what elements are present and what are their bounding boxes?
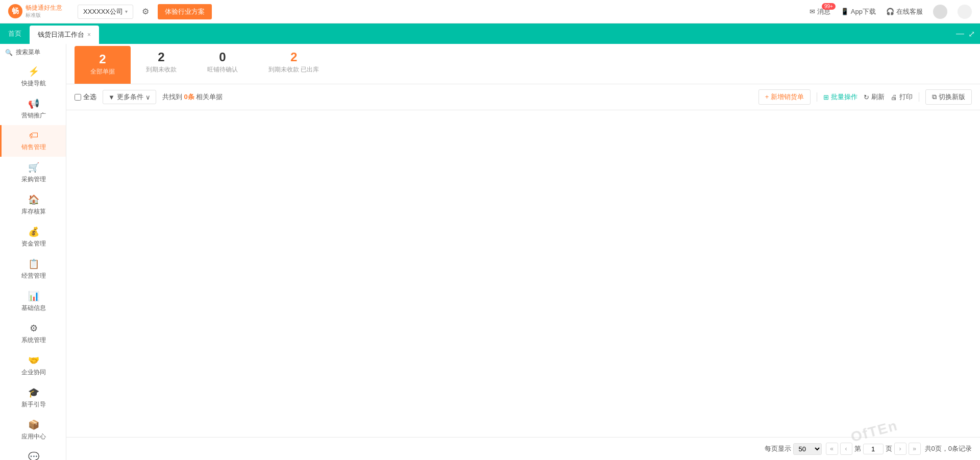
stat-tab-overdue[interactable]: 2 到期未收款: [131, 44, 192, 84]
first-page-button[interactable]: «: [826, 443, 838, 455]
system-icon: ⚙: [30, 323, 38, 334]
total-records: 共0页，0条记录: [925, 444, 972, 453]
sidebar-item-enterprise[interactable]: 🤝 企业协同: [0, 350, 66, 382]
message-action[interactable]: ✉ 消息 99+: [810, 7, 830, 16]
sidebar-item-basic-info[interactable]: 📊 基础信息: [0, 285, 66, 318]
sidebar-item-app-center[interactable]: 📦 应用中心: [0, 414, 66, 446]
settings-icon[interactable]: ⚙: [138, 5, 153, 19]
print-button[interactable]: 🖨 打印: [891, 92, 913, 102]
print-icon: 🖨: [891, 93, 897, 101]
sidebar-item-system-label: 系统管理: [21, 336, 46, 345]
search-menu-label: 搜索菜单: [16, 48, 40, 57]
last-page-button[interactable]: »: [909, 443, 921, 455]
app-download-action[interactable]: 📱 App下载: [841, 7, 876, 16]
logo-text-area: 畅捷通好生意 标准版: [26, 4, 62, 18]
search-menu[interactable]: 🔍 搜索菜单: [0, 44, 66, 61]
sidebar-item-wechat[interactable]: 💬 企业微信: [0, 446, 66, 460]
chevron-down-icon: ▾: [125, 9, 128, 14]
sidebar-item-sales[interactable]: 🏷 销售管理: [0, 125, 66, 157]
divider-1: [817, 92, 817, 102]
per-page-select[interactable]: 50 20 100: [793, 443, 822, 455]
filter-icon: ▼: [108, 93, 115, 101]
purchase-icon: 🛒: [28, 162, 39, 173]
sidebar-item-purchase[interactable]: 🛒 采购管理: [0, 157, 66, 189]
refresh-button[interactable]: ↻ 刷新: [864, 92, 885, 102]
sidebar-item-operations[interactable]: 📋 经营管理: [0, 253, 66, 285]
sidebar-item-sales-label: 销售管理: [21, 143, 46, 152]
sidebar-item-finance[interactable]: 💰 资金管理: [0, 221, 66, 253]
online-service-action[interactable]: 🎧 在线客服: [886, 7, 923, 16]
tab-home[interactable]: 首页: [0, 23, 30, 44]
pagination: 每页显示 50 20 100 « ‹ 第 页 › » 共0页，0条记录: [66, 437, 980, 460]
top-header: 畅 畅捷通好生意 标准版 XXXXXX公司 ▾ ⚙ 体验行业方案 ✉ 消息 99…: [0, 0, 980, 23]
next-page-button[interactable]: ›: [894, 443, 906, 455]
select-all-checkbox[interactable]: 全选: [75, 92, 96, 102]
sidebar-item-quick-nav[interactable]: ⚡ 快捷导航: [0, 61, 66, 93]
page-label: 第: [854, 444, 861, 453]
sidebar-item-inventory[interactable]: 🏠 库存核算: [0, 189, 66, 221]
tab-close-icon[interactable]: ×: [87, 31, 91, 38]
per-page-label: 每页显示: [765, 444, 791, 453]
header-left: 畅 畅捷通好生意 标准版 XXXXXX公司 ▾ ⚙ 体验行业方案: [8, 4, 212, 19]
refresh-icon: ↻: [864, 93, 869, 101]
enterprise-icon: 🤝: [28, 355, 39, 366]
select-all-label: 全选: [83, 92, 96, 102]
home-tab-label: 首页: [8, 29, 21, 38]
stat-tab-all[interactable]: 2 全部单据: [75, 46, 131, 84]
filter-chevron-icon: ∨: [145, 93, 151, 101]
tab-bar: 首页 钱货日清工作台 × — ⤢: [0, 23, 980, 44]
table-area: [66, 110, 980, 437]
sidebar-item-system[interactable]: ⚙ 系统管理: [0, 318, 66, 350]
tab-maximize-icon[interactable]: ⤢: [968, 29, 975, 39]
stat-shipped-number: 2: [290, 50, 297, 64]
quick-nav-icon: ⚡: [28, 66, 39, 77]
batch-operation-button[interactable]: ⊞ 批量操作: [823, 92, 857, 102]
logo-text: 畅捷通好生意: [26, 4, 62, 11]
sidebar-item-basic-info-label: 基础信息: [21, 304, 46, 312]
switch-new-version-button[interactable]: ⧉ 切换新版: [925, 89, 972, 105]
found-count: 0条: [184, 93, 194, 101]
stat-all-number: 2: [99, 52, 106, 66]
toolbar: 全选 ▼ 更多条件 ∨ 共找到 0条 相关单据 + 新增销货单: [66, 84, 980, 110]
sidebar-item-purchase-label: 采购管理: [21, 175, 46, 184]
page-input[interactable]: [863, 444, 884, 454]
avatar[interactable]: [933, 5, 947, 19]
tab-bar-actions: — ⤢: [956, 23, 980, 44]
logo-icon: 畅: [8, 4, 22, 18]
experience-button[interactable]: 体验行业方案: [158, 4, 212, 19]
tab-minimize-icon[interactable]: —: [956, 29, 964, 38]
batch-label: 批量操作: [831, 92, 857, 102]
stat-pending-label: 旺铺待确认: [207, 65, 238, 74]
sidebar-item-marketing-label: 营销推广: [21, 111, 46, 120]
stat-shipped-label: 到期未收款 已出库: [268, 65, 319, 74]
sidebar-item-marketing[interactable]: 📢 营销推广: [0, 93, 66, 125]
stat-pending-number: 0: [219, 50, 226, 64]
sales-icon: 🏷: [29, 130, 38, 141]
sidebar-item-newbie[interactable]: 🎓 新手引导: [0, 382, 66, 414]
new-sales-order-button[interactable]: + 新增销货单: [758, 89, 811, 105]
sidebar-item-finance-label: 资金管理: [21, 239, 46, 248]
stat-all-label: 全部单据: [90, 67, 115, 76]
prev-page-button[interactable]: ‹: [840, 443, 852, 455]
search-icon: 🔍: [5, 49, 13, 56]
switch-label: 切换新版: [939, 92, 965, 102]
marketing-icon: 📢: [28, 98, 39, 109]
filter-button[interactable]: ▼ 更多条件 ∨: [103, 90, 156, 104]
main-layout: 🔍 搜索菜单 ⚡ 快捷导航 📢 营销推广 🏷 销售管理 🛒 采购管理 🏠 库存核…: [0, 44, 980, 460]
filter-label: 更多条件: [117, 92, 143, 102]
header-right: ✉ 消息 99+ 📱 App下载 🎧 在线客服: [810, 5, 972, 19]
stat-tab-pending[interactable]: 0 旺铺待确认: [192, 44, 253, 84]
found-text: 共找到 0条 相关单据: [162, 92, 223, 102]
found-suffix: 相关单据: [196, 93, 223, 101]
switch-icon: ⧉: [932, 93, 937, 101]
message-badge: 99+: [822, 3, 836, 10]
page-suffix: 页: [886, 444, 892, 453]
tab-workbench[interactable]: 钱货日清工作台 ×: [30, 26, 99, 44]
newbie-icon: 🎓: [28, 387, 39, 398]
user-dropdown[interactable]: [958, 5, 972, 19]
company-selector[interactable]: XXXXXX公司 ▾: [78, 5, 133, 19]
stat-tab-overdue-shipped[interactable]: 2 到期未收款 已出库: [253, 44, 334, 84]
page-nav: « ‹ 第 页 › »: [826, 443, 921, 455]
online-service-label: 在线客服: [896, 7, 923, 16]
select-all-input[interactable]: [75, 94, 81, 101]
